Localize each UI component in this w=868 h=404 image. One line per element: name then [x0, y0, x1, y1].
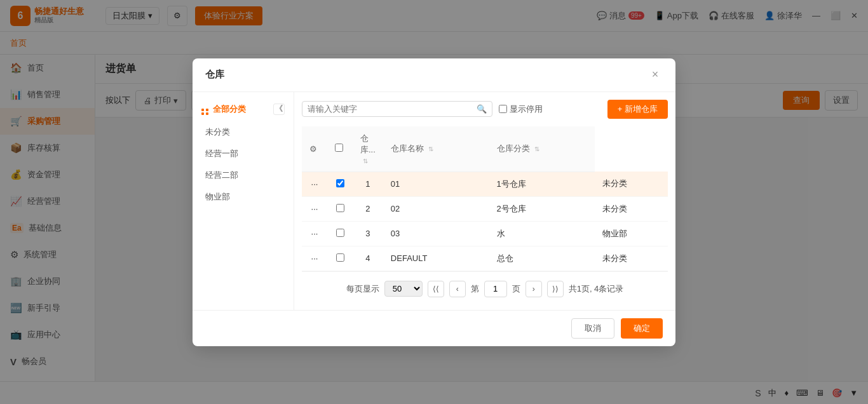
- pagination: 每页显示 50 100 200 ⟨⟨ ‹ 第 页 › ⟩⟩ 共1页, 4条记录: [302, 271, 668, 302]
- table-row[interactable]: ··· 4 DEFAULT 总仓 未分类: [302, 246, 668, 271]
- col-checkbox: [327, 126, 353, 172]
- search-icon: 🔍: [477, 104, 487, 114]
- modal-footer: 取消 确定: [193, 310, 675, 346]
- show-disabled-checkbox[interactable]: [499, 105, 507, 113]
- row-name: 2号仓库: [489, 196, 595, 221]
- category-item-unclassified[interactable]: 未分类: [193, 121, 294, 143]
- show-disabled-label[interactable]: 显示停用: [499, 104, 543, 115]
- row-code: 03: [383, 221, 489, 246]
- row-checkbox[interactable]: [327, 196, 353, 221]
- row-name: 总仓: [489, 246, 595, 271]
- page-label: 第: [471, 283, 479, 295]
- row-category: 物业部: [595, 221, 668, 246]
- modal-body: 全部分类 《 未分类 经营一部 经营二部 物业部 🔍: [193, 92, 675, 310]
- row-category: 未分类: [595, 196, 668, 221]
- modal-category-sidebar: 全部分类 《 未分类 经营一部 经营二部 物业部: [193, 92, 294, 310]
- row-select-checkbox[interactable]: [336, 179, 344, 187]
- cancel-btn[interactable]: 取消: [571, 318, 614, 339]
- modal-header: 仓库 ×: [193, 58, 675, 92]
- show-disabled-text: 显示停用: [510, 104, 543, 115]
- row-select-checkbox[interactable]: [336, 229, 344, 237]
- table-row[interactable]: ··· 3 03 水 物业部: [302, 221, 668, 246]
- sort-code-icon[interactable]: ⇅: [363, 158, 368, 165]
- page-prev-btn[interactable]: ‹: [449, 281, 466, 297]
- col-code: 仓库... ⇅: [353, 126, 383, 172]
- table-row[interactable]: ··· 2 02 2号仓库 未分类: [302, 196, 668, 221]
- page-unit: 页: [512, 283, 520, 295]
- warehouse-table: ⚙ 仓库... ⇅ 仓库名称 ⇅: [302, 126, 668, 271]
- row-gear[interactable]: ···: [302, 246, 327, 271]
- per-page-label: 每页显示: [346, 283, 379, 295]
- category-item-ops2[interactable]: 经营二部: [193, 165, 294, 186]
- grid-icon: [201, 104, 209, 115]
- per-page-select[interactable]: 50 100 200: [384, 281, 423, 297]
- category-item-ops1[interactable]: 经营一部: [193, 143, 294, 165]
- col-name: 仓库名称 ⇅: [383, 126, 489, 172]
- confirm-btn[interactable]: 确定: [621, 318, 663, 339]
- modal-toolbar: 🔍 显示停用 + 新增仓库: [302, 100, 668, 119]
- collapse-btn[interactable]: 《: [273, 104, 285, 115]
- table-row[interactable]: ··· 1 01 1号仓库 未分类: [302, 172, 668, 196]
- modal-overlay: 仓库 × 全部分类 《: [0, 0, 868, 404]
- warehouse-modal: 仓库 × 全部分类 《: [193, 58, 675, 346]
- total-info: 共1页, 4条记录: [569, 283, 624, 295]
- row-name: 水: [489, 221, 595, 246]
- search-wrap: 🔍: [302, 101, 492, 117]
- row-checkbox[interactable]: [327, 246, 353, 271]
- row-gear[interactable]: ···: [302, 172, 327, 196]
- row-gear[interactable]: ···: [302, 196, 327, 221]
- row-num: 3: [353, 221, 383, 246]
- row-category: 未分类: [595, 246, 668, 271]
- modal-title: 仓库: [205, 69, 224, 81]
- select-all-checkbox[interactable]: [335, 144, 343, 152]
- row-name: 1号仓库: [489, 172, 595, 196]
- row-num: 2: [353, 196, 383, 221]
- row-code: 01: [383, 172, 489, 196]
- sort-name-icon[interactable]: ⇅: [428, 145, 433, 152]
- row-num: 1: [353, 172, 383, 196]
- row-checkbox[interactable]: [327, 172, 353, 196]
- row-code: 02: [383, 196, 489, 221]
- search-input[interactable]: [308, 104, 477, 114]
- row-select-checkbox[interactable]: [336, 204, 344, 212]
- col-gear: ⚙: [302, 126, 327, 172]
- table-container: ⚙ 仓库... ⇅ 仓库名称 ⇅: [302, 126, 668, 271]
- category-header: 全部分类 《: [193, 100, 294, 121]
- modal-main: 🔍 显示停用 + 新增仓库 ⚙: [294, 92, 675, 310]
- row-select-checkbox[interactable]: [336, 253, 344, 262]
- page-last-btn[interactable]: ⟩⟩: [547, 281, 564, 297]
- page-next-btn[interactable]: ›: [526, 281, 542, 297]
- category-item-property[interactable]: 物业部: [193, 186, 294, 208]
- sort-category-icon[interactable]: ⇅: [534, 145, 539, 152]
- page-first-btn[interactable]: ⟨⟨: [428, 281, 444, 297]
- row-gear[interactable]: ···: [302, 221, 327, 246]
- row-category: 未分类: [595, 172, 668, 196]
- add-warehouse-btn[interactable]: + 新增仓库: [607, 100, 668, 119]
- page-input[interactable]: [484, 281, 507, 297]
- row-checkbox[interactable]: [327, 221, 353, 246]
- row-num: 4: [353, 246, 383, 271]
- col-category: 仓库分类 ⇅: [489, 126, 595, 172]
- modal-close-btn[interactable]: ×: [648, 67, 663, 83]
- row-code: DEFAULT: [383, 246, 489, 271]
- category-header-label: 全部分类: [213, 104, 246, 115]
